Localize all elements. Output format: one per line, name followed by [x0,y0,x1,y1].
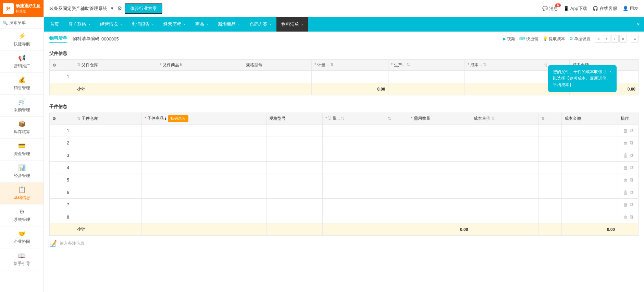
shortcut-action[interactable]: ⌨ 快捷键 [519,36,538,42]
close-all-tabs-icon[interactable]: × [634,21,643,27]
delete-icon[interactable]: 🗑 [623,140,628,146]
copy-icon[interactable]: ⧉ [630,189,633,195]
tab-product[interactable]: 商品 × [190,17,213,32]
td-child-product[interactable] [142,137,267,149]
td-child-unit-cost[interactable] [471,174,538,186]
td-parent-spec[interactable] [243,71,312,83]
sort-icon[interactable]: ⇅ [330,62,334,67]
td-child-warehouse[interactable] [74,137,142,149]
copy-icon[interactable]: ⧉ [630,177,633,183]
td-child-unit-cost[interactable] [471,137,538,149]
td-child-quantity[interactable] [322,137,385,149]
td-child-extra[interactable] [385,186,408,199]
td-child-unit-cost[interactable] [471,186,538,199]
delete-icon[interactable]: 🗑 [623,214,628,220]
sort-icon[interactable]: ⇅ [544,63,547,68]
td-child-extra[interactable] [385,149,408,162]
tooltip-close-btn[interactable]: × [609,69,612,75]
tab-close-icon[interactable]: × [238,22,240,26]
td-child-unit-cost[interactable] [471,211,538,223]
td-child-spec[interactable] [267,137,323,149]
sidebar-item-guide[interactable]: 📖 新手引导 [0,248,44,270]
td-child-cost-amount[interactable] [562,137,618,149]
td-child-warehouse[interactable] [74,162,142,174]
td-child-warehouse[interactable] [74,149,142,162]
td-child-quantity[interactable] [322,125,385,137]
view-action[interactable]: ▶ 视频 [503,36,515,42]
sidebar-item-inventory[interactable]: 📦 库存核算 [0,117,44,139]
nav-next-btn[interactable]: › [611,35,619,43]
td-child-spec[interactable] [267,186,323,199]
sort-icon[interactable]: ⇅ [341,116,344,121]
td-child-quantity[interactable] [322,174,385,186]
td-child-extra2[interactable] [538,199,562,211]
sidebar-item-finance[interactable]: 💳 资金管理 [0,139,44,161]
sidebar-item-quick-nav[interactable]: ⚡ 快捷导航 [0,29,44,51]
page-tab-bom[interactable]: 物料清单 [49,35,67,43]
settings-th-icon[interactable]: ⚙ [52,116,56,121]
td-child-extra2[interactable] [538,211,562,223]
td-child-unit-cost[interactable] [471,162,538,174]
tab-close-icon[interactable]: × [270,22,272,26]
sort-icon[interactable]: ⇅ [77,116,80,121]
sidebar-item-marketing[interactable]: 📢 营销推广 [0,51,44,73]
td-child-needed-qty[interactable] [408,137,471,149]
app-download-item[interactable]: 📱 App下载 [564,5,587,12]
td-child-warehouse[interactable] [74,174,142,186]
user-item[interactable]: 👤 用友 [623,5,639,12]
tab-customer[interactable]: 客户联络 × [64,17,95,32]
delete-icon[interactable]: 🗑 [623,177,628,183]
td-child-needed-qty[interactable] [408,186,471,199]
td-child-spec[interactable] [267,149,323,162]
tab-close-icon[interactable]: × [88,22,90,26]
tab-history[interactable]: 经营历程 × [159,17,190,32]
td-child-spec[interactable] [267,162,323,174]
td-child-spec[interactable] [267,174,323,186]
td-child-cost-amount[interactable] [562,149,618,162]
td-child-cost-amount[interactable] [562,186,618,199]
td-child-product[interactable] [142,186,267,199]
delete-icon[interactable]: 🗑 [623,165,628,171]
tab-profit[interactable]: 利润报告 × [127,17,159,32]
td-child-spec[interactable] [267,125,323,137]
copy-icon[interactable]: ⧉ [630,140,633,146]
td-child-unit-cost[interactable] [471,199,538,211]
td-child-spec[interactable] [267,199,323,211]
td-child-extra[interactable] [385,162,408,174]
td-child-quantity[interactable] [322,199,385,211]
td-child-extra2[interactable] [538,186,562,199]
td-child-needed-qty[interactable] [408,199,471,211]
extract-cost-action[interactable]: 💡 提取成本 [543,36,565,42]
tab-home[interactable]: 首页 [45,17,64,32]
td-parent-production[interactable] [388,71,465,83]
td-child-quantity[interactable] [322,186,385,199]
td-child-spec[interactable] [267,211,323,223]
sort-icon[interactable]: ⇅ [483,62,486,67]
td-child-warehouse[interactable] [74,211,142,223]
td-child-cost-amount[interactable] [562,174,618,186]
td-child-quantity[interactable] [322,211,385,223]
tab-operations-status[interactable]: 经营情况 × [95,17,127,32]
sidebar-item-purchase[interactable]: 🛒 采购管理 [0,95,44,117]
copy-icon[interactable]: ⧉ [630,165,633,171]
sidebar-item-operations[interactable]: 📊 经营管理 [0,161,44,183]
tab-barcode[interactable]: 条码方案 × [245,17,276,32]
td-child-needed-qty[interactable] [408,211,471,223]
delete-icon[interactable]: 🗑 [623,202,628,208]
online-service-item[interactable]: 🎧 在线客服 [593,5,617,12]
td-child-cost-amount[interactable] [562,162,618,174]
trial-button[interactable]: 体验行业方案 [125,3,162,14]
note-placeholder[interactable]: 输入备注信息 [60,241,84,246]
delete-icon[interactable]: 🗑 [623,153,628,158]
td-child-quantity[interactable] [322,162,385,174]
td-child-extra2[interactable] [538,162,562,174]
layout-toggle-btn[interactable]: ≡ [631,35,639,43]
td-child-cost-amount[interactable] [562,125,618,137]
td-child-extra2[interactable] [538,149,562,162]
td-child-needed-qty[interactable] [408,125,471,137]
settings-th-icon[interactable]: ⚙ [52,63,56,68]
search-menu[interactable]: 🔍 搜索菜单 [0,17,44,29]
td-child-quantity[interactable] [322,149,385,162]
delete-icon[interactable]: 🗑 [623,128,628,133]
system-dropdown[interactable]: ▼ [110,6,114,11]
